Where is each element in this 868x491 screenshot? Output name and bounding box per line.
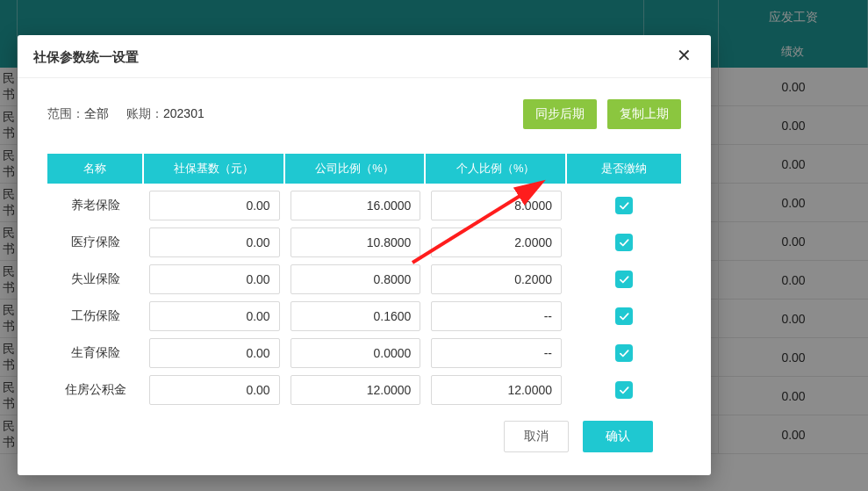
th-base: 社保基数（元） bbox=[144, 154, 285, 184]
table-row: 医疗保险 bbox=[47, 227, 681, 257]
company-input[interactable] bbox=[291, 338, 421, 368]
company-input[interactable] bbox=[291, 227, 421, 257]
enabled-checkbox[interactable] bbox=[615, 381, 633, 399]
company-input[interactable] bbox=[291, 301, 421, 331]
enabled-checkbox[interactable] bbox=[615, 197, 633, 214]
person-input[interactable] bbox=[431, 301, 562, 331]
base-input[interactable] bbox=[149, 301, 280, 331]
company-input[interactable] bbox=[291, 375, 421, 405]
th-name: 名称 bbox=[47, 154, 144, 184]
th-enabled: 是否缴纳 bbox=[567, 154, 681, 184]
person-input[interactable] bbox=[431, 264, 562, 294]
base-input[interactable] bbox=[149, 338, 280, 368]
row-name: 失业保险 bbox=[47, 264, 144, 294]
enabled-checkbox[interactable] bbox=[615, 234, 633, 251]
insurance-table: 名称 社保基数（元） 公司比例（%） 个人比例（%） 是否缴纳 养老保险医疗保险… bbox=[47, 147, 681, 412]
row-name: 生育保险 bbox=[47, 338, 144, 368]
base-input[interactable] bbox=[149, 264, 280, 294]
base-input[interactable] bbox=[149, 191, 280, 220]
row-name: 医疗保险 bbox=[47, 227, 144, 257]
sync-later-button[interactable]: 同步后期 bbox=[523, 99, 597, 129]
enabled-checkbox[interactable] bbox=[615, 271, 633, 288]
base-input[interactable] bbox=[149, 227, 280, 257]
table-row: 住房公积金 bbox=[47, 375, 681, 405]
table-row: 工伤保险 bbox=[47, 301, 681, 331]
th-person: 个人比例（%） bbox=[426, 154, 567, 184]
close-button[interactable]: ✕ bbox=[674, 47, 693, 67]
enabled-checkbox[interactable] bbox=[615, 344, 633, 362]
confirm-button[interactable]: 确认 bbox=[583, 421, 653, 452]
table-row: 生育保险 bbox=[47, 338, 681, 368]
person-input[interactable] bbox=[431, 338, 562, 368]
copy-previous-button[interactable]: 复制上期 bbox=[607, 99, 681, 129]
scope-period-row: 范围：全部 账期：202301 同步后期 复制上期 bbox=[47, 99, 681, 129]
row-name: 工伤保险 bbox=[47, 301, 144, 331]
table-row: 失业保险 bbox=[47, 264, 681, 294]
company-input[interactable] bbox=[291, 191, 421, 220]
close-icon: ✕ bbox=[677, 46, 692, 65]
period-label: 账期： bbox=[126, 106, 163, 120]
range-value: 全部 bbox=[84, 106, 109, 120]
company-input[interactable] bbox=[291, 264, 421, 294]
period-value: 202301 bbox=[163, 106, 204, 120]
th-company: 公司比例（%） bbox=[285, 154, 427, 184]
range-label: 范围： bbox=[47, 106, 84, 120]
person-input[interactable] bbox=[431, 191, 562, 220]
person-input[interactable] bbox=[431, 375, 562, 405]
cancel-button[interactable]: 取消 bbox=[504, 421, 569, 452]
modal-title: 社保参数统一设置 bbox=[33, 49, 139, 66]
base-input[interactable] bbox=[149, 375, 280, 405]
person-input[interactable] bbox=[431, 227, 562, 257]
row-name: 养老保险 bbox=[47, 191, 144, 220]
row-name: 住房公积金 bbox=[47, 375, 144, 405]
enabled-checkbox[interactable] bbox=[615, 307, 633, 325]
table-row: 养老保险 bbox=[47, 191, 681, 220]
social-insurance-modal: 社保参数统一设置 ✕ 范围：全部 账期：202301 同步后期 复制上期 名 bbox=[18, 35, 711, 475]
